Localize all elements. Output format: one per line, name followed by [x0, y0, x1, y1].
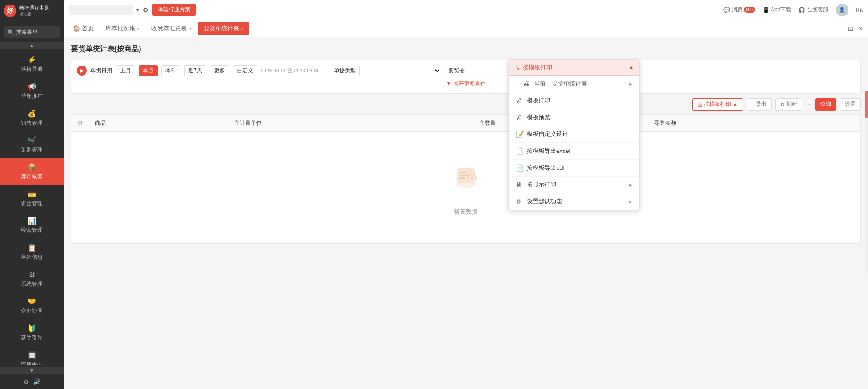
sidebar-item-operation[interactable]: 📊 经营管理 [0, 212, 64, 239]
page-title: 要货单统计表(按商品) [71, 45, 861, 54]
topbar-app-download[interactable]: 📱 App下载 [763, 6, 791, 14]
sales-label: 销售管理 [21, 119, 43, 127]
industry-solution-button[interactable]: 体验行业方案 [152, 4, 196, 16]
order-type-select[interactable] [359, 65, 441, 76]
template-print-chevron: ▲ [733, 101, 738, 108]
dropdown-item-export-pdf[interactable]: 📄 按模板导出pdf [509, 160, 639, 177]
dropdown-item-template-print[interactable]: 🖨 模板打印 [509, 92, 639, 109]
svg-rect-4 [459, 177, 465, 179]
template-print-button[interactable]: 🖨 按模板打印 ▲ [692, 98, 743, 111]
empty-state: 暂无数据 [71, 132, 860, 243]
headset-icon: 🎧 [798, 7, 805, 13]
tab-close-window-button[interactable]: × [857, 24, 864, 33]
query-button[interactable]: 查询 [815, 98, 836, 111]
topbar-message[interactable]: 💬 消息 99+ [723, 6, 755, 14]
data-table: ⚙ 商品 主计量单位 主数量 零售金额 [71, 114, 861, 244]
empty-text: 暂无数据 [454, 208, 478, 216]
date-btn-this-month[interactable]: 本月 [139, 65, 158, 76]
tab-receipt-summary[interactable]: 收发存汇总表 × [146, 22, 197, 35]
tab-inventory-batch-close[interactable]: × [137, 26, 140, 31]
settings-button[interactable]: 设置 [840, 98, 861, 111]
filter-toggle-button[interactable]: ▶ [77, 66, 87, 76]
sidebar-item-basic[interactable]: 📋 基础信息 [0, 239, 64, 266]
app-download-label: App下载 [771, 6, 791, 14]
sidebar-item-collab[interactable]: 🤝 企业协同 [0, 293, 64, 319]
sidebar-item-sales[interactable]: 💰 销售管理 [0, 105, 64, 131]
right-scrollbar-thumb[interactable] [865, 91, 868, 118]
sidebar-sound-button[interactable]: 🔊 [33, 378, 40, 385]
order-type-label: 单据类型 [334, 67, 356, 75]
sidebar-item-marketing[interactable]: 📢 营销推广 [0, 78, 64, 105]
message-icon: 💬 [723, 7, 730, 13]
user-avatar[interactable]: 👤 [836, 4, 848, 16]
home-icon: 🏠 [73, 25, 80, 32]
date-btn-more[interactable]: 更多 [210, 65, 229, 76]
refresh-button[interactable]: ↻ 刷新 [775, 98, 802, 111]
collab-icon: 🤝 [27, 297, 36, 306]
dropdown-header-label: 按模板打印 [523, 63, 552, 71]
tabs-bar: 🏠 首页 库存批次账 × 收发存汇总表 × 要货单统计表 × ⊡ × [64, 20, 868, 37]
search-icon: 🔍 [7, 29, 14, 35]
sidebar-item-system[interactable]: ⚙ 系统管理 [0, 266, 64, 293]
sidebar-logo: 好 畅捷通好生意 标准版 [0, 0, 64, 22]
purchase-icon: 🛒 [27, 136, 36, 145]
sidebar-scroll-up[interactable]: ▲ [0, 42, 64, 49]
tab-inventory-batch[interactable]: 库存批次账 × [100, 22, 145, 35]
sidebar-item-purchase[interactable]: 🛒 采购管理 [0, 131, 64, 158]
sidebar-item-app-center[interactable]: 🔲 应用中心 [0, 346, 64, 365]
quick-nav-icon: ⚡ [27, 56, 36, 64]
dropdown-item-export-excel[interactable]: 📄 按模板导出excel [509, 143, 639, 160]
dropdown-header-left: 🖨 按模板打印 [514, 63, 552, 71]
sidebar-footer: ⚙ 🔊 [0, 374, 64, 389]
sidebar-scroll-down[interactable]: ▼ [0, 367, 64, 374]
more-options-icon[interactable]: ··· [806, 101, 812, 109]
topbar-search-input[interactable] [69, 5, 133, 15]
empty-icon [448, 159, 484, 202]
sidebar-item-inventory[interactable]: 📦 库存核算 [0, 158, 64, 185]
right-scrollbar[interactable] [865, 91, 868, 273]
page-content: 要货单统计表(按商品) ▶ 单据日期 上月 本月 本年 近7天 更多 自定义 2… [64, 37, 868, 389]
export-excel-label: 按模板导出excel [527, 147, 632, 155]
sidebar-nav: ⚡ 快捷导航 📢 营销推广 💰 销售管理 🛒 采购管理 📦 库存核算 💳 资金管… [0, 51, 64, 365]
template-preview-icon: 🖨 [516, 114, 523, 121]
search-menu-label: 搜索菜单 [16, 28, 38, 36]
app-download-icon: 📱 [763, 7, 769, 13]
date-btn-7days[interactable]: 近7天 [184, 65, 206, 76]
date-btn-custom[interactable]: 自定义 [233, 65, 257, 76]
tab-restore-button[interactable]: ⊡ [846, 24, 855, 33]
operation-icon: 📊 [27, 217, 36, 225]
date-btn-this-year[interactable]: 本年 [161, 65, 180, 76]
basic-label: 基础信息 [21, 253, 43, 261]
sidebar-settings-button[interactable]: ⚙ [23, 378, 29, 385]
sidebar-item-guide[interactable]: 🔰 新手引导 [0, 319, 64, 346]
dropdown-item-template-custom[interactable]: 📝 模板自定义设计 [509, 126, 639, 143]
main-area: ▾ ⚙ 体验行业方案 💬 消息 99+ 📱 App下载 🎧 在线客服 👤 Rit… [64, 0, 868, 389]
date-btn-last-month[interactable]: 上月 [116, 65, 135, 76]
export-button[interactable]: ↑ 导出 [747, 98, 772, 111]
expand-more-conditions-button[interactable]: ▼ 展开更多条件 [443, 79, 488, 89]
sidebar-item-quick-nav[interactable]: ⚡ 快捷导航 [0, 51, 64, 78]
dropdown-chevron-up[interactable]: ▲ [629, 64, 634, 71]
topbar-dropdown-button[interactable]: ▾ [136, 7, 139, 13]
inventory-icon: 📦 [27, 163, 36, 172]
tab-home[interactable]: 🏠 首页 [67, 22, 99, 35]
sidebar-item-finance[interactable]: 💳 资金管理 [0, 185, 64, 212]
table-header-row: ⚙ 商品 主计量单位 主数量 零售金额 [71, 115, 861, 132]
col-settings-icon[interactable]: ⚙ [77, 120, 83, 127]
dropdown-item-template-preview[interactable]: 🖨 模板预览 [509, 109, 639, 126]
guide-icon: 🔰 [27, 324, 36, 333]
tab-order-stats[interactable]: 要货单统计表 × [198, 22, 249, 35]
current-template-icon: 🖨 [523, 80, 530, 87]
dropdown-item-display-print[interactable]: 🖥 按显示打印 ▶ [509, 177, 639, 193]
dropdown-item-set-default[interactable]: ⚙ 设置默认功能 ▶ [509, 193, 639, 210]
topbar-gear-icon[interactable]: ⚙ [143, 6, 149, 14]
topbar-online-service[interactable]: 🎧 在线客服 [798, 6, 828, 14]
sidebar-search-area[interactable]: 🔍 搜索菜单 [0, 22, 64, 42]
tab-receipt-summary-close[interactable]: × [189, 26, 191, 31]
app-center-icon: 🔲 [27, 351, 36, 359]
col-settings-header[interactable]: ⚙ [71, 115, 90, 132]
order-category-label: 要货仓 [449, 67, 465, 75]
tab-order-stats-close[interactable]: × [241, 26, 244, 31]
search-menu-button[interactable]: 🔍 搜索菜单 [4, 26, 60, 38]
dropdown-item-current-template[interactable]: 🖨 当前：要货单统计表 ▶ [509, 76, 639, 92]
